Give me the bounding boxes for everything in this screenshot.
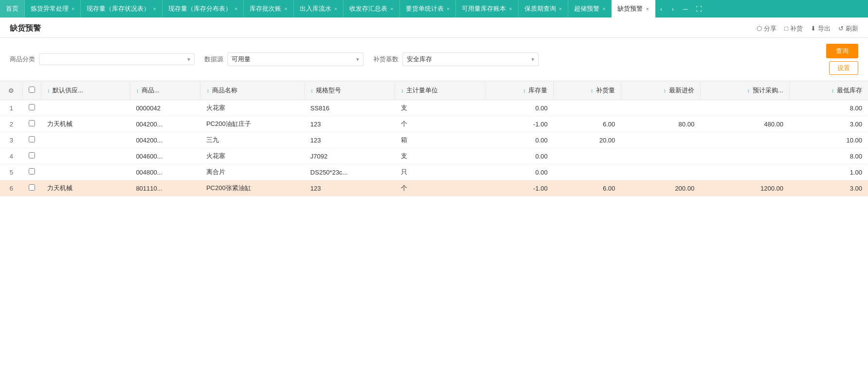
sort-icon-stock[interactable]: ↕: [523, 88, 526, 93]
tab-shortage-warning[interactable]: 缺货预警 ×: [612, 0, 655, 18]
td-supplier: 力天机械: [41, 180, 130, 196]
td-replenish: [553, 148, 621, 164]
th-checkbox[interactable]: [23, 81, 41, 100]
sort-icon-latest-price[interactable]: ↕: [664, 88, 667, 93]
tab-close-inventory-status[interactable]: ×: [153, 6, 156, 12]
category-filter-group: 商品分类 ▾: [10, 53, 195, 65]
th-settings[interactable]: ⚙: [0, 81, 23, 100]
tab-inout-flow[interactable]: 出入库流水 ×: [294, 0, 344, 18]
share-icon: ⬡: [757, 25, 762, 32]
td-product-code: 801110...: [130, 180, 200, 196]
replenish-icon: □: [784, 25, 788, 32]
header-actions: ⬡ 分享 □ 补货 ⬇ 导出 ↺ 刷新: [757, 24, 858, 33]
tab-minimize-button[interactable]: ─: [679, 0, 692, 18]
td-row-num: 4: [0, 148, 23, 164]
tab-fullscreen-button[interactable]: ⛶: [692, 0, 706, 18]
replenish-base-value: 安全库存: [407, 55, 432, 64]
category-select[interactable]: ▾: [39, 53, 195, 65]
td-row-num: 3: [0, 132, 23, 148]
td-checkbox[interactable]: [23, 132, 41, 148]
tab-expiry-query[interactable]: 保质期查询 ×: [519, 0, 568, 18]
tab-close-expiry-query[interactable]: ×: [559, 6, 562, 12]
td-checkbox[interactable]: [23, 116, 41, 132]
tab-inventory-dist[interactable]: 现存量（库存分布表） ×: [163, 0, 244, 18]
sort-icon-replenish[interactable]: ↕: [591, 88, 594, 93]
main-content: 缺货预警 ⬡ 分享 □ 补货 ⬇ 导出 ↺ 刷新 商品分类: [0, 18, 868, 387]
tab-close-inout-flow[interactable]: ×: [334, 6, 337, 12]
export-icon: ⬇: [811, 25, 816, 32]
sort-icon-unit[interactable]: ↕: [401, 88, 404, 93]
td-checkbox[interactable]: [23, 148, 41, 164]
td-product-code: 004800...: [130, 164, 200, 180]
sort-icon-spec[interactable]: ↕: [310, 88, 313, 93]
td-supplier: [41, 164, 130, 180]
td-latest-price: [621, 100, 700, 116]
td-replenish: [553, 100, 621, 116]
td-supplier: [41, 100, 130, 116]
tab-batch-account[interactable]: 库存批次账 ×: [244, 0, 293, 18]
td-estimated-purchase: [700, 164, 789, 180]
refresh-icon: ↺: [838, 25, 844, 32]
td-min-stock: 3.00: [789, 180, 868, 196]
replenish-action[interactable]: □ 补货: [784, 24, 803, 33]
tab-home[interactable]: 首页: [0, 0, 25, 18]
td-unit: 个: [395, 116, 486, 132]
refresh-action[interactable]: ↺ 刷新: [838, 24, 858, 33]
td-spec: 123: [305, 180, 395, 196]
tab-close-shortage-warning[interactable]: ×: [646, 6, 649, 12]
th-product-name: ↕ 商品名称: [200, 81, 305, 100]
settings-button[interactable]: 设置: [829, 61, 858, 75]
tab-inventory-status[interactable]: 现存量（库存状况表） ×: [81, 0, 162, 18]
td-product-name: 火花塞: [200, 148, 305, 164]
th-supplier: ↕ 默认供应...: [41, 81, 130, 100]
datasource-filter-label: 数据源: [204, 55, 223, 64]
replenish-base-select[interactable]: 安全库存 ▾: [402, 53, 539, 66]
td-min-stock: 3.00: [789, 116, 868, 132]
tab-collection-summary[interactable]: 收发存汇总表 ×: [344, 0, 399, 18]
td-spec: 123: [305, 116, 395, 132]
page-title: 缺货预警: [10, 23, 41, 34]
sort-icon-product-code[interactable]: ↕: [136, 88, 139, 93]
tab-close-available-ledger[interactable]: ×: [509, 6, 512, 12]
tab-close-requisition-stats[interactable]: ×: [447, 6, 450, 12]
td-product-code: 0000042: [130, 100, 200, 116]
column-settings-icon[interactable]: ⚙: [6, 85, 17, 96]
tab-requisition-stats[interactable]: 要货单统计表 ×: [400, 0, 456, 18]
query-button[interactable]: 查询: [826, 44, 858, 58]
tab-next-button[interactable]: ›: [667, 0, 679, 18]
tab-overstock-warning[interactable]: 超储预警 ×: [568, 0, 612, 18]
sort-icon-estimated-purchase[interactable]: ↕: [747, 88, 750, 93]
td-replenish: 6.00: [553, 180, 621, 196]
datasource-select[interactable]: 可用量 ▾: [227, 53, 363, 66]
td-latest-price: 80.00: [621, 116, 700, 132]
tab-abnormal[interactable]: 炼货异常处理 ×: [25, 0, 81, 18]
export-action[interactable]: ⬇ 导出: [811, 24, 831, 33]
td-row-num: 5: [0, 164, 23, 180]
td-row-num: 1: [0, 100, 23, 116]
td-estimated-purchase: [700, 132, 789, 148]
select-all-checkbox[interactable]: [29, 87, 35, 93]
td-unit: 个: [395, 180, 486, 196]
tab-close-collection-summary[interactable]: ×: [390, 6, 393, 12]
tab-close-abnormal[interactable]: ×: [72, 6, 74, 12]
category-filter-label: 商品分类: [10, 55, 35, 64]
sort-icon-product-name[interactable]: ↕: [206, 88, 209, 93]
td-checkbox[interactable]: [23, 180, 41, 196]
td-unit: 支: [395, 148, 486, 164]
th-stock: ↕ 库存量: [486, 81, 554, 100]
tab-available-ledger[interactable]: 可用量库存账本 ×: [456, 0, 518, 18]
sort-icon-supplier[interactable]: ↕: [47, 88, 50, 93]
td-checkbox[interactable]: [23, 100, 41, 116]
sort-icon-min-stock[interactable]: ↕: [832, 88, 834, 93]
table-row: 1 0000042 火花塞 SS816 支 0.00 8.00: [0, 100, 868, 116]
tab-close-overstock-warning[interactable]: ×: [602, 6, 605, 12]
table-row: 3 004200... 三九 123 箱 0.00 20.00 10.00: [0, 132, 868, 148]
tab-prev-button[interactable]: ‹: [655, 0, 667, 18]
tab-close-batch-account[interactable]: ×: [284, 6, 287, 12]
td-stock: -1.00: [486, 116, 554, 132]
shortage-table: ⚙ ↕ 默认供应... ↕ 商品... ↕ 商品名称: [0, 81, 868, 196]
share-action[interactable]: ⬡ 分享: [757, 24, 777, 33]
tab-close-inventory-dist[interactable]: ×: [235, 6, 237, 12]
td-min-stock: 10.00: [789, 132, 868, 148]
td-checkbox[interactable]: [23, 164, 41, 180]
